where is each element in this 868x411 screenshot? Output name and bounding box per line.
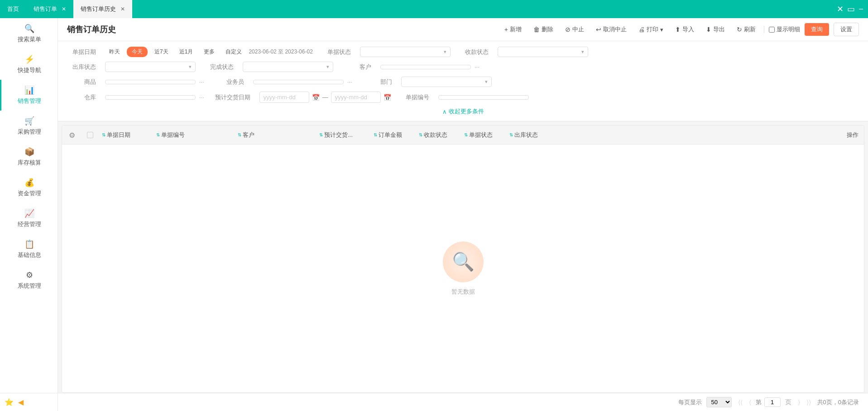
settings-button[interactable]: 设置 — [834, 23, 859, 36]
print-arrow-icon: ▾ — [660, 26, 663, 33]
th-out[interactable]: ⇅ 出库状态 — [506, 131, 551, 139]
filter-area: 单据日期 昨天 今天 近7天 近1月 更多 自定义 2023-06-02 至 2… — [58, 41, 868, 121]
amount-sort-icon: ⇅ — [374, 132, 377, 137]
window-restore-button[interactable]: ▭ — [847, 4, 855, 14]
warehouse-label: 仓库 — [67, 93, 96, 102]
page-number-input[interactable] — [764, 397, 781, 407]
warehouse-input[interactable] — [105, 95, 196, 100]
sidebar-star-icon[interactable]: ⭐ — [5, 398, 14, 406]
sidebar-item-sys-admin[interactable]: ⚙ 系统管理 — [0, 265, 58, 295]
delivery-date-label: 预计交货日期 — [215, 93, 250, 102]
stop-button[interactable]: ⊘ 中止 — [561, 24, 588, 35]
complete-status-select[interactable]: ▾ — [243, 62, 333, 72]
th-docno[interactable]: ⇅ 单据编号 — [153, 131, 234, 139]
sidebar-item-finance[interactable]: 💰 资金管理 — [0, 172, 58, 203]
tab-sales-order-close[interactable]: ✕ — [62, 6, 66, 12]
prev-page-button[interactable]: ⟨ — [747, 398, 753, 407]
delivery-date-start-input[interactable]: yyyy-mm-dd — [259, 92, 309, 103]
th-delivery[interactable]: ⇅ 预计交货... — [316, 131, 370, 139]
tab-sales-order-history[interactable]: 销售订单历史 ✕ — [73, 0, 132, 18]
sys-admin-icon: ⚙ — [24, 270, 34, 280]
select-all-checkbox[interactable] — [87, 132, 93, 138]
last1month-btn[interactable]: 近1月 — [175, 47, 197, 57]
doc-status-arrow-icon: ▾ — [444, 49, 446, 55]
sidebar-collapse-icon[interactable]: ◀ — [18, 398, 24, 406]
delivery-date-end-calendar-icon[interactable]: 📅 — [384, 94, 391, 101]
refresh-button[interactable]: ↻ 刷新 — [733, 24, 759, 35]
product-input[interactable] — [105, 80, 196, 84]
salesperson-label: 业务员 — [215, 78, 244, 86]
custom-btn[interactable]: 自定义 — [221, 47, 246, 57]
delivery-date-start-calendar-icon[interactable]: 📅 — [312, 94, 320, 101]
th-customer[interactable]: ⇅ 客户 — [234, 131, 316, 139]
warehouse-more-icon[interactable]: ··· — [197, 94, 206, 101]
empty-text: 暂无数据 — [451, 288, 475, 296]
payment-status-arrow-icon: ▾ — [581, 49, 584, 55]
th-date[interactable]: ⇅ 单据日期 — [98, 131, 153, 139]
sidebar-item-basic-info[interactable]: 📋 基础信息 — [0, 234, 58, 265]
department-select[interactable]: ▾ — [401, 77, 492, 87]
th-payment[interactable]: ⇅ 收款状态 — [415, 131, 460, 139]
tab-home[interactable]: 首页 — [0, 0, 26, 18]
display-toggle[interactable]: 显示明细 — [769, 25, 800, 34]
customer-input[interactable] — [380, 65, 471, 69]
customer-label: 客户 — [342, 63, 371, 71]
add-button[interactable]: + 新增 — [501, 24, 525, 35]
collapse-button[interactable]: ∧ 收起更多条件 — [67, 107, 859, 116]
th-settings[interactable]: ⚙ — [64, 131, 82, 139]
basic-info-icon: 📋 — [24, 239, 34, 249]
sidebar-item-inventory[interactable]: 📦 库存核算 — [0, 141, 58, 172]
delivery-sort-icon: ⇅ — [319, 132, 323, 137]
delete-icon: 🗑 — [533, 26, 540, 33]
sidebar-item-search-menu[interactable]: 🔍 搜索菜单 — [0, 18, 58, 49]
th-amount[interactable]: ⇅ 订单金额 — [370, 131, 415, 139]
table-settings-icon[interactable]: ⚙ — [69, 131, 77, 139]
yesterday-btn[interactable]: 昨天 — [105, 47, 124, 57]
tab-sales-order[interactable]: 销售订单 ✕ — [26, 0, 73, 18]
product-more-icon[interactable]: ··· — [197, 78, 206, 85]
delete-button[interactable]: 🗑 删除 — [530, 24, 557, 35]
filter-row-2: 出库状态 ▾ 完成状态 ▾ 客户 ··· — [67, 62, 859, 72]
quick-nav-icon: ⚡ — [24, 54, 34, 64]
page-header: 销售订单历史 + 新增 🗑 删除 ⊘ 中止 ↩ 取消中止 — [58, 18, 868, 41]
th-checkbox[interactable] — [82, 132, 98, 138]
export-button[interactable]: ⬇ 导出 — [702, 24, 729, 35]
delivery-date-end-input[interactable]: yyyy-mm-dd — [331, 92, 381, 103]
query-button[interactable]: 查询 — [805, 23, 829, 36]
per-page-select[interactable]: 50 10 20 100 — [706, 397, 732, 407]
window-close-button[interactable]: ✕ — [837, 4, 844, 14]
display-toggle-checkbox[interactable] — [769, 27, 775, 33]
last-page-button[interactable]: ⟩⟩ — [805, 398, 813, 407]
tab-sales-order-history-close[interactable]: ✕ — [120, 6, 125, 12]
add-icon: + — [504, 26, 508, 33]
customer-more-icon[interactable]: ··· — [473, 63, 481, 70]
out-status-select[interactable]: ▾ — [105, 62, 196, 72]
sidebar-item-quick-nav[interactable]: ⚡ 快捷导航 — [0, 49, 58, 80]
salesperson-more-icon[interactable]: ··· — [345, 78, 354, 85]
doc-status-select[interactable]: ▾ — [360, 47, 451, 57]
first-page-button[interactable]: ⟨⟨ — [736, 398, 744, 407]
doc-no-input[interactable] — [438, 95, 529, 100]
table-area: ⚙ ⇅ 单据日期 ⇅ 单据编号 ⇅ 客户 ⇅ — [62, 125, 864, 393]
print-button[interactable]: 🖨 打印 ▾ — [635, 24, 667, 35]
last7days-btn[interactable]: 近7天 — [150, 47, 173, 57]
sidebar-item-purchase-mgmt[interactable]: 🛒 采购管理 — [0, 111, 58, 141]
sidebar-bottom: ⭐ ◀ — [0, 393, 58, 411]
payment-status-select[interactable]: ▾ — [498, 47, 588, 57]
sidebar-item-sales-mgmt[interactable]: 📊 销售管理 — [0, 80, 58, 111]
window-minimize-button[interactable]: − — [858, 5, 863, 14]
today-btn[interactable]: 今天 — [127, 47, 148, 57]
next-page-button[interactable]: ⟩ — [796, 398, 802, 407]
more-btn[interactable]: 更多 — [200, 47, 219, 57]
th-status[interactable]: ⇅ 单据状态 — [460, 131, 506, 139]
sales-mgmt-icon: 📊 — [24, 85, 34, 95]
complete-status-label: 完成状态 — [205, 63, 234, 71]
cancel-stop-button[interactable]: ↩ 取消中止 — [592, 24, 630, 35]
import-button[interactable]: ⬆ 导入 — [671, 24, 698, 35]
warehouse-control: ··· — [105, 94, 206, 101]
sidebar-item-operations[interactable]: 📈 经营管理 — [0, 203, 58, 234]
print-icon: 🖨 — [638, 26, 645, 33]
status-sort-icon: ⇅ — [464, 132, 468, 137]
salesperson-input[interactable] — [253, 80, 344, 84]
table-body: 🔍 暂无数据 — [62, 145, 864, 392]
